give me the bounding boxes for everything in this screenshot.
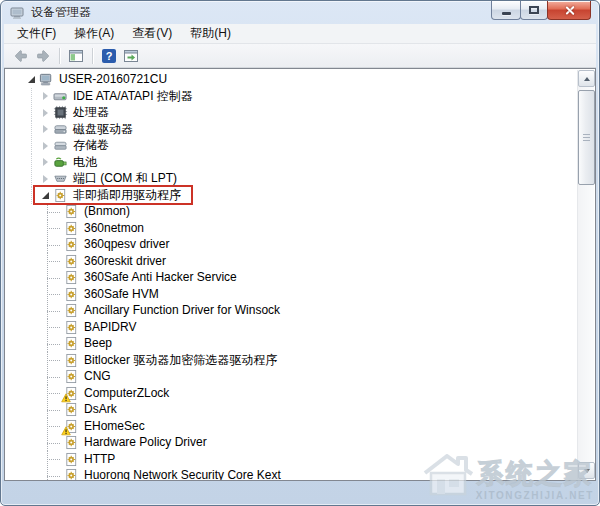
tree-panel: USER-20160721CUIDE ATA/ATAPI 控制器处理器磁盘驱动器… xyxy=(4,68,596,481)
menu-action[interactable]: 操作(A) xyxy=(65,23,123,44)
device-manager-window: 设备管理器 文件(F) 操作(A) 查看(V) 帮助(H) ? xyxy=(0,0,600,506)
tree-item[interactable]: (Bnmon) xyxy=(5,203,577,220)
tree-item-label: IDE ATA/ATAPI 控制器 xyxy=(73,89,193,104)
tree-item[interactable]: IDE ATA/ATAPI 控制器 xyxy=(5,88,577,105)
collapse-arrow-icon[interactable] xyxy=(41,190,52,201)
tree-item-label: DsArk xyxy=(84,402,117,417)
tree-item[interactable]: Huorong Network Security Core Kext xyxy=(5,467,577,481)
minimize-button[interactable] xyxy=(491,1,521,20)
help-icon: ? xyxy=(101,48,117,64)
tree-item[interactable]: 360Safe HVM xyxy=(5,286,577,303)
scroll-up-button[interactable] xyxy=(578,70,595,87)
tree-connector-line xyxy=(47,476,60,477)
close-button[interactable] xyxy=(547,1,591,20)
tree-item-label: 360reskit driver xyxy=(84,254,166,269)
menu-bar: 文件(F) 操作(A) 查看(V) 帮助(H) xyxy=(4,24,596,44)
tree-connector-line xyxy=(47,261,60,262)
tree-item-label: 非即插即用驱动程序 xyxy=(73,188,181,203)
title-bar[interactable]: 设备管理器 xyxy=(1,1,599,24)
tree-connector-line xyxy=(31,170,32,187)
collapse-arrow-icon[interactable] xyxy=(27,74,38,85)
tree-item-label: Bitlocker 驱动器加密筛选器驱动程序 xyxy=(84,353,277,368)
help-button[interactable]: ? xyxy=(98,45,120,67)
menu-file[interactable]: 文件(F) xyxy=(8,23,65,44)
tree-item-label: 360Safe HVM xyxy=(84,287,159,302)
tree-item[interactable]: Bitlocker 驱动器加密筛选器驱动程序 xyxy=(5,352,577,369)
arrow-left-icon xyxy=(13,48,29,64)
back-button[interactable] xyxy=(10,45,32,67)
tree-connector-line xyxy=(47,311,60,312)
tree-item[interactable]: CNG xyxy=(5,368,577,385)
tree-item[interactable]: 存储卷 xyxy=(5,137,577,154)
tree-item-label: (Bnmon) xyxy=(84,204,130,219)
driver-icon xyxy=(64,287,79,302)
driver-icon xyxy=(64,386,79,401)
scrollbar-thumb[interactable] xyxy=(578,90,595,185)
tree-item-label: 存储卷 xyxy=(73,138,109,153)
tree-item[interactable]: 360reskit driver xyxy=(5,253,577,270)
maximize-button[interactable] xyxy=(520,1,548,20)
tree-item[interactable]: 磁盘驱动器 xyxy=(5,121,577,138)
driver-icon xyxy=(64,435,79,450)
window-title: 设备管理器 xyxy=(31,4,91,21)
tree-item[interactable]: 处理器 xyxy=(5,104,577,121)
tree-item[interactable]: 非即插即用驱动程序 xyxy=(5,187,577,204)
tree-connector-line xyxy=(47,344,60,345)
tree-item[interactable]: BAPIDRV xyxy=(5,319,577,336)
arrow-right-icon xyxy=(35,48,51,64)
tree-item[interactable]: 360netmon xyxy=(5,220,577,237)
tree-item[interactable]: 360Safe Anti Hacker Service xyxy=(5,269,577,286)
computer-icon xyxy=(39,72,54,87)
tree-item[interactable]: Hardware Policy Driver xyxy=(5,434,577,451)
driver-icon xyxy=(64,204,79,219)
tree-item-label: Hardware Policy Driver xyxy=(84,435,207,450)
tree-connector-line xyxy=(31,104,32,121)
maximize-icon xyxy=(529,6,539,14)
tree-item-label: Huorong Network Security Core Kext xyxy=(84,468,281,481)
tree-item[interactable]: USER-20160721CU xyxy=(5,71,577,88)
tree-item[interactable]: HTTP xyxy=(5,451,577,468)
tree-connector-line xyxy=(47,294,60,295)
tree-item[interactable]: 360qpesv driver xyxy=(5,236,577,253)
action-pane-button[interactable] xyxy=(120,45,142,67)
tree-item[interactable]: ComputerZLock xyxy=(5,385,577,402)
tree-item[interactable]: 电池 xyxy=(5,154,577,171)
expand-arrow-icon[interactable] xyxy=(41,91,52,102)
tree-connector-line xyxy=(47,360,60,361)
menu-view[interactable]: 查看(V) xyxy=(123,23,181,44)
expand-arrow-icon[interactable] xyxy=(41,140,52,151)
driver-icon xyxy=(64,402,79,417)
svg-text:?: ? xyxy=(106,50,113,62)
expand-arrow-icon[interactable] xyxy=(41,124,52,135)
tree-item[interactable]: DsArk xyxy=(5,401,577,418)
forward-button[interactable] xyxy=(32,45,54,67)
toolbar: ? xyxy=(4,44,596,68)
tree-item[interactable]: Beep xyxy=(5,335,577,352)
show-console-tree-button[interactable] xyxy=(65,45,87,67)
tree-connector-line xyxy=(31,154,32,171)
battery-icon xyxy=(53,155,68,170)
vertical-scrollbar[interactable] xyxy=(577,70,594,479)
toolbar-separator xyxy=(59,48,60,64)
menu-help[interactable]: 帮助(H) xyxy=(181,23,240,44)
close-icon xyxy=(564,5,575,16)
tree-connector-line xyxy=(31,121,32,138)
expand-arrow-icon[interactable] xyxy=(41,173,52,184)
tree-item-label: 端口 (COM 和 LPT) xyxy=(73,171,177,186)
tree-item[interactable]: Ancillary Function Driver for Winsock xyxy=(5,302,577,319)
tree-connector-line xyxy=(47,228,60,229)
device-tree: USER-20160721CUIDE ATA/ATAPI 控制器处理器磁盘驱动器… xyxy=(5,69,577,480)
tree-item[interactable]: 端口 (COM 和 LPT) xyxy=(5,170,577,187)
scroll-down-button[interactable] xyxy=(578,462,595,479)
tree-item-label: 360Safe Anti Hacker Service xyxy=(84,270,237,285)
tree-item-label: HTTP xyxy=(84,452,115,467)
expand-arrow-icon[interactable] xyxy=(41,107,52,118)
watermark-subtitle: XITONGZHIJIA.NET xyxy=(476,490,594,501)
tree-item[interactable]: EHomeSec xyxy=(5,418,577,435)
ide-controller-icon xyxy=(53,89,68,104)
driver-icon xyxy=(64,221,79,236)
tree-connector-line xyxy=(47,377,60,378)
tree-item-label: 360qpesv driver xyxy=(84,237,169,252)
expand-arrow-icon[interactable] xyxy=(41,157,52,168)
tree-item-label: Ancillary Function Driver for Winsock xyxy=(84,303,280,318)
